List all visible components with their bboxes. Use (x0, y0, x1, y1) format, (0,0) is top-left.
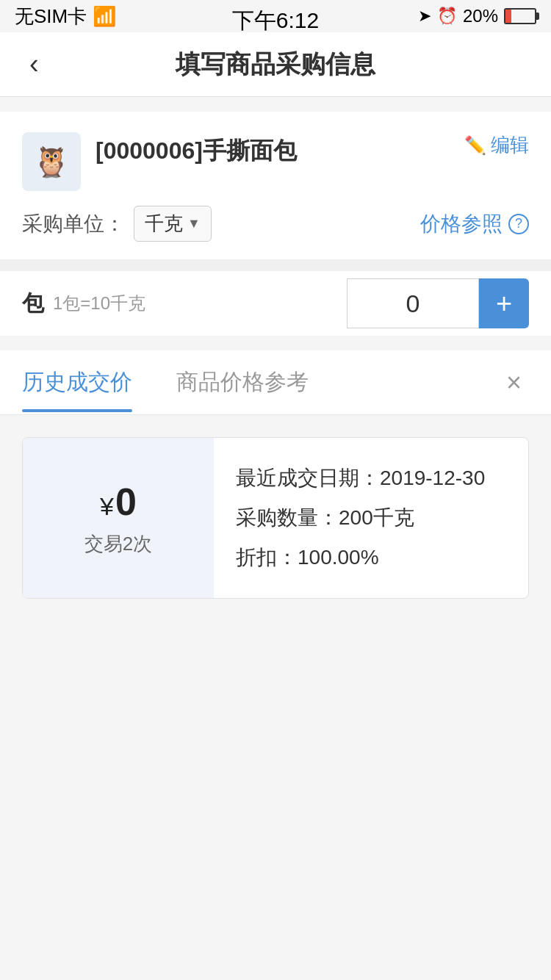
back-button[interactable]: ‹ (22, 41, 46, 87)
section-divider (0, 259, 551, 271)
edit-label: 编辑 (491, 132, 529, 158)
history-card-left: ¥ 0 交易2次 (23, 438, 214, 598)
status-time: 下午6:12 (232, 6, 319, 36)
purchase-unit-label: 采购单位： (22, 210, 125, 238)
price-ref-button[interactable]: 价格参照 ? (420, 210, 529, 238)
battery-pct: 20% (463, 6, 498, 26)
recent-date-value: 2019-12-30 (380, 466, 485, 490)
back-chevron-icon: ‹ (29, 48, 39, 79)
nav-bar: ‹ 填写商品采购信息 (0, 32, 551, 97)
alarm-icon: ⏰ (437, 7, 457, 26)
product-card: 🦉 [0000006]手撕面包 ✏️ 编辑 采购单位： 千克 ▼ 价格参照 ? (0, 112, 551, 259)
carrier-text: 无SIM卡 (15, 4, 87, 29)
plus-icon: + (496, 288, 512, 320)
tabs-container: 历史成交价 商品价格参考 × (0, 350, 551, 415)
history-card: ¥ 0 交易2次 最近成交日期： 2019-12-30 采购数量： 200千克 … (22, 437, 529, 599)
quantity-control: 0 + (347, 278, 529, 328)
purchase-qty-label: 采购数量： (236, 504, 339, 532)
edit-button[interactable]: ✏️ 编辑 (464, 132, 529, 158)
close-icon: × (506, 367, 522, 397)
history-card-right: 最近成交日期： 2019-12-30 采购数量： 200千克 折扣： 100.0… (214, 438, 528, 598)
battery-icon (504, 8, 536, 24)
product-logo: 🦉 (22, 132, 81, 191)
price-value: 0 (115, 480, 137, 524)
discount-label: 折扣： (236, 544, 298, 572)
product-left: 🦉 [0000006]手撕面包 (22, 132, 297, 191)
page-title: 填写商品采购信息 (176, 48, 375, 82)
tab-product-price-ref[interactable]: 商品价格参考 (176, 353, 309, 412)
recent-date-label: 最近成交日期： (236, 464, 380, 492)
product-thumbnail: 🦉 (33, 145, 70, 179)
history-section: ¥ 0 交易2次 最近成交日期： 2019-12-30 采购数量： 200千克 … (0, 415, 551, 621)
tab-history-price[interactable]: 历史成交价 (22, 353, 132, 412)
discount-value: 100.00% (298, 546, 379, 569)
product-full-name: [0000006]手撕面包 (96, 135, 297, 167)
product-meta: 采购单位： 千克 ▼ 价格参照 ? (22, 206, 529, 242)
tabs-list: 历史成交价 商品价格参考 (22, 353, 309, 412)
status-bar: 无SIM卡 📶 下午6:12 ➤ ⏰ 20% (0, 0, 551, 32)
tabs-close-button[interactable]: × (499, 360, 529, 406)
quantity-label: 包 1包=10千克 (22, 289, 145, 319)
info-icon: ? (508, 214, 529, 234)
tab-product-price-ref-label: 商品价格参考 (176, 367, 309, 397)
quantity-value: 0 (406, 289, 420, 318)
price-ref-label: 价格参照 (420, 210, 503, 238)
unit-select[interactable]: 千克 ▼ (134, 206, 212, 242)
qty-unit: 包 (22, 289, 44, 319)
product-header: 🦉 [0000006]手撕面包 ✏️ 编辑 (22, 132, 529, 191)
tab-active-indicator (22, 409, 132, 412)
status-right: ➤ ⏰ 20% (418, 6, 536, 26)
quantity-row: 包 1包=10千克 0 + (0, 271, 551, 336)
quantity-plus-button[interactable]: + (479, 278, 529, 328)
unit-chevron-icon: ▼ (187, 216, 201, 231)
discount-row: 折扣： 100.00% (236, 544, 506, 572)
purchase-qty-row: 采购数量： 200千克 (236, 504, 506, 532)
tab-history-price-label: 历史成交价 (22, 367, 132, 397)
edit-icon: ✏️ (464, 135, 486, 156)
unit-value: 千克 (145, 211, 183, 237)
trade-count: 交易2次 (84, 531, 152, 557)
recent-date-row: 最近成交日期： 2019-12-30 (236, 464, 506, 492)
status-carrier: 无SIM卡 📶 (15, 4, 116, 29)
purchase-qty-value: 200千克 (339, 504, 414, 532)
location-icon: ➤ (418, 7, 431, 26)
currency-symbol: ¥ (100, 492, 114, 521)
purchase-unit: 采购单位： 千克 ▼ (22, 206, 212, 242)
history-price: ¥ 0 (100, 480, 137, 524)
qty-conversion: 1包=10千克 (53, 292, 145, 315)
quantity-input[interactable]: 0 (347, 278, 479, 328)
product-name-wrapper: [0000006]手撕面包 (96, 132, 297, 167)
wifi-icon: 📶 (93, 5, 116, 28)
